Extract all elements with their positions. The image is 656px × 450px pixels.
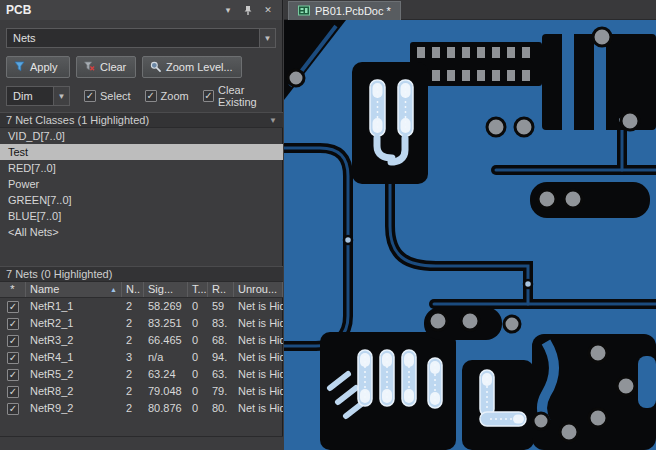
panel-title: PCB xyxy=(6,3,216,17)
dim-select[interactable]: Dim ▼ xyxy=(6,86,70,106)
panel-footer xyxy=(0,436,283,450)
net-class-item[interactable]: <All Nets> xyxy=(0,224,283,240)
pcb-board-view xyxy=(284,20,656,450)
net-row[interactable]: ✓ NetR2_1 2 83.251 0 83. Net is Hid xyxy=(0,315,283,332)
chevron-down-icon: ▼ xyxy=(269,116,277,125)
net-row-checkbox[interactable]: ✓ xyxy=(7,318,19,330)
column-header-check[interactable]: * xyxy=(0,282,26,297)
column-header-nodes[interactable]: N.. xyxy=(122,282,144,297)
net-t: 0 xyxy=(188,366,208,383)
net-unrouted: Net is Hid xyxy=(234,298,283,315)
net-row[interactable]: ✓ NetR5_2 2 63.24 0 63. Net is Hid xyxy=(0,366,283,383)
net-row[interactable]: ✓ NetR9_2 2 80.876 0 80. Net is Hid xyxy=(0,400,283,417)
pcb-panel: PCB ▾ ✕ Nets ▼ Apply Clear Zoom Level...… xyxy=(0,0,283,450)
checkbox-check-icon: ✓ xyxy=(203,90,214,102)
column-header-name[interactable]: Name ▲ xyxy=(26,282,122,297)
net-row-checkbox[interactable]: ✓ xyxy=(7,386,19,398)
net-nodes: 2 xyxy=(122,332,144,349)
net-signal: 63.24 xyxy=(144,366,188,383)
net-routed: 79. xyxy=(208,383,234,400)
net-unrouted: Net is Hid xyxy=(234,383,283,400)
net-grid-body: ✓ NetR1_1 2 58.269 0 59 Net is Hid ✓ Net… xyxy=(0,298,283,417)
net-class-item[interactable]: GREEN[7..0] xyxy=(0,192,283,208)
net-name: NetR2_1 xyxy=(26,315,122,332)
net-class-label: Test xyxy=(8,146,28,158)
column-header-signal[interactable]: Sig... xyxy=(144,282,188,297)
net-signal: n/a xyxy=(144,349,188,366)
net-class-label: Power xyxy=(8,178,39,190)
highlight-options: ✓ Select ✓ Zoom ✓ Clear Existing xyxy=(84,86,282,106)
net-class-item[interactable]: RED[7..0] xyxy=(0,160,283,176)
net-unrouted: Net is Hid xyxy=(234,349,283,366)
net-nodes: 2 xyxy=(122,315,144,332)
net-routed: 68. xyxy=(208,332,234,349)
net-row[interactable]: ✓ NetR1_1 2 58.269 0 59 Net is Hid xyxy=(0,298,283,315)
panel-menu-chevron-icon[interactable]: ▾ xyxy=(220,2,236,18)
clear-funnel-icon xyxy=(84,61,95,74)
net-routed: 59 xyxy=(208,298,234,315)
column-header-routed[interactable]: R.. xyxy=(208,282,234,297)
panel-mode-select[interactable]: Nets ▼ xyxy=(6,28,276,48)
net-class-item[interactable]: Power xyxy=(0,176,283,192)
apply-button[interactable]: Apply xyxy=(6,56,70,78)
net-signal: 66.465 xyxy=(144,332,188,349)
net-classes-section-header[interactable]: 7 Net Classes (1 Highlighted) ▼ xyxy=(0,112,283,128)
net-row-checkbox[interactable]: ✓ xyxy=(7,335,19,347)
chevron-down-icon: ▼ xyxy=(53,87,69,105)
net-row-checkbox[interactable]: ✓ xyxy=(7,352,19,364)
net-unrouted: Net is Hid xyxy=(234,315,283,332)
dim-select-value: Dim xyxy=(7,90,53,102)
net-row-checkbox[interactable]: ✓ xyxy=(7,403,19,415)
column-header-t[interactable]: T... xyxy=(188,282,208,297)
tab-pcbdoc[interactable]: PB01.PcbDoc * xyxy=(288,1,401,20)
net-nodes: 2 xyxy=(122,383,144,400)
nets-section-header[interactable]: 7 Nets (0 Highlighted) xyxy=(0,266,283,282)
net-unrouted: Net is Hid xyxy=(234,366,283,383)
net-row[interactable]: ✓ NetR8_2 2 79.048 0 79. Net is Hid xyxy=(0,383,283,400)
select-checkbox[interactable]: ✓ Select xyxy=(84,90,131,102)
chevron-down-icon: ▼ xyxy=(259,29,275,47)
clear-existing-checkbox[interactable]: ✓ Clear Existing xyxy=(203,84,282,108)
select-checkbox-label: Select xyxy=(100,90,131,102)
net-nodes: 3 xyxy=(122,349,144,366)
net-row-checkbox[interactable]: ✓ xyxy=(7,369,19,381)
clear-button[interactable]: Clear xyxy=(76,56,136,78)
net-nodes: 2 xyxy=(122,366,144,383)
net-class-label: BLUE[7..0] xyxy=(8,210,61,222)
net-classes-header-label: 7 Net Classes (1 Highlighted) xyxy=(6,114,149,126)
zoom-checkbox[interactable]: ✓ Zoom xyxy=(145,90,189,102)
net-name: NetR1_1 xyxy=(26,298,122,315)
net-signal: 80.876 xyxy=(144,400,188,417)
checkbox-check-icon: ✓ xyxy=(145,90,157,102)
pcb-editor-canvas[interactable] xyxy=(284,20,656,450)
zoom-level-button-label: Zoom Level... xyxy=(166,61,233,73)
net-name: NetR9_2 xyxy=(26,400,122,417)
net-class-list: VID_D[7..0] Test RED[7..0] Power GREEN[7… xyxy=(0,128,283,240)
net-routed: 63. xyxy=(208,366,234,383)
net-class-item[interactable]: BLUE[7..0] xyxy=(0,208,283,224)
net-name: NetR5_2 xyxy=(26,366,122,383)
net-class-label: <All Nets> xyxy=(8,226,59,238)
net-row-checkbox[interactable]: ✓ xyxy=(7,301,19,313)
apply-button-label: Apply xyxy=(30,61,58,73)
net-t: 0 xyxy=(188,383,208,400)
panel-mode-value: Nets xyxy=(7,32,259,44)
close-icon[interactable]: ✕ xyxy=(260,2,276,18)
zoom-level-button[interactable]: Zoom Level... xyxy=(142,56,242,78)
net-nodes: 2 xyxy=(122,400,144,417)
net-nodes: 2 xyxy=(122,298,144,315)
column-header-unrouted[interactable]: Unrou... xyxy=(234,282,283,297)
net-class-item[interactable]: Test xyxy=(0,144,283,160)
net-row[interactable]: ✓ NetR3_2 2 66.465 0 68. Net is Hid xyxy=(0,332,283,349)
magnifier-icon xyxy=(150,61,161,74)
pin-icon[interactable] xyxy=(240,2,256,18)
net-class-label: VID_D[7..0] xyxy=(8,130,65,142)
net-routed: 83. xyxy=(208,315,234,332)
net-name: NetR4_1 xyxy=(26,349,122,366)
sort-ascending-icon: ▲ xyxy=(110,282,117,297)
net-row[interactable]: ✓ NetR4_1 3 n/a 0 94. Net is Hid xyxy=(0,349,283,366)
net-class-item[interactable]: VID_D[7..0] xyxy=(0,128,283,144)
net-class-label: GREEN[7..0] xyxy=(8,194,72,206)
net-t: 0 xyxy=(188,400,208,417)
net-signal: 79.048 xyxy=(144,383,188,400)
